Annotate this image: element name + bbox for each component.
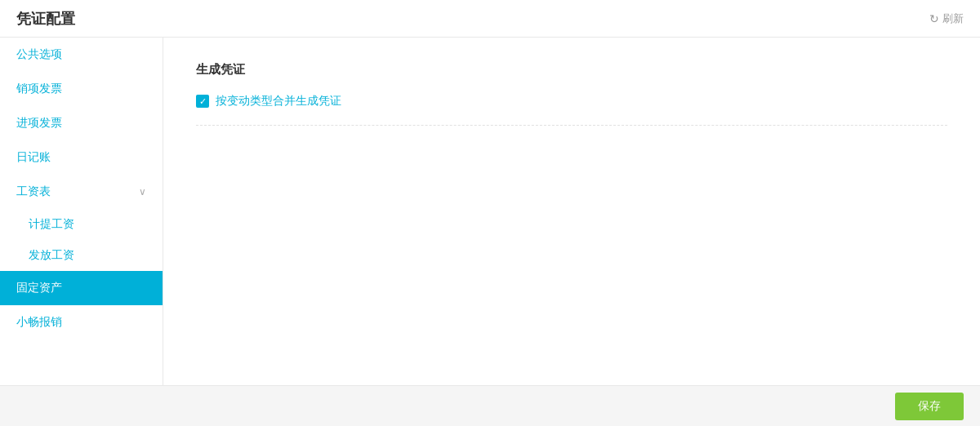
- sidebar-label-fixed-assets: 固定资产: [16, 281, 62, 295]
- chevron-down-icon: ∨: [139, 186, 146, 197]
- sidebar-item-journal[interactable]: 日记账: [0, 140, 163, 175]
- refresh-button[interactable]: ↻ 刷新: [929, 11, 964, 26]
- refresh-label: 刷新: [942, 11, 964, 26]
- content-area: 生成凭证 按变动类型合并生成凭证: [163, 38, 980, 385]
- sidebar-label-payroll-calc: 计提工资: [29, 217, 74, 230]
- merge-checkbox-label: 按变动类型合并生成凭证: [216, 94, 341, 109]
- merge-checkbox[interactable]: [196, 95, 209, 108]
- sidebar: 公共选项 销项发票 进项发票 日记账 工资表 ∨ 计提工资 发放工资 固定资产 …: [0, 38, 163, 385]
- sidebar-label-payroll-pay: 发放工资: [29, 248, 74, 261]
- section-title: 生成凭证: [196, 62, 947, 78]
- sidebar-item-fixed-assets[interactable]: 固定资产: [0, 271, 163, 305]
- sidebar-label-purchase-invoice: 进项发票: [16, 116, 62, 131]
- page-header: 凭证配置 ↻ 刷新: [0, 0, 980, 38]
- sidebar-label-journal: 日记账: [16, 150, 51, 165]
- page-footer: 保存: [0, 385, 980, 426]
- sidebar-label-public-options: 公共选项: [16, 47, 62, 62]
- sidebar-item-expense-report[interactable]: 小畅报销: [0, 305, 163, 339]
- section-divider: [196, 125, 947, 126]
- sidebar-item-purchase-invoice[interactable]: 进项发票: [0, 106, 163, 140]
- save-button[interactable]: 保存: [895, 393, 964, 420]
- sidebar-label-payroll-table: 工资表: [16, 184, 51, 199]
- main-layout: 公共选项 销项发票 进项发票 日记账 工资表 ∨ 计提工资 发放工资 固定资产 …: [0, 38, 980, 385]
- sidebar-label-sales-invoice: 销项发票: [16, 82, 62, 96]
- refresh-icon: ↻: [929, 12, 939, 25]
- sidebar-item-payroll-pay[interactable]: 发放工资: [0, 240, 163, 271]
- sidebar-label-expense-report: 小畅报销: [16, 315, 62, 330]
- sidebar-item-sales-invoice[interactable]: 销项发票: [0, 72, 163, 106]
- sidebar-item-public-options[interactable]: 公共选项: [0, 38, 163, 72]
- sidebar-item-payroll-table[interactable]: 工资表 ∨: [0, 175, 163, 209]
- page-title: 凭证配置: [16, 9, 75, 29]
- checkbox-row: 按变动类型合并生成凭证: [196, 94, 947, 109]
- sidebar-item-payroll-calc[interactable]: 计提工资: [0, 209, 163, 240]
